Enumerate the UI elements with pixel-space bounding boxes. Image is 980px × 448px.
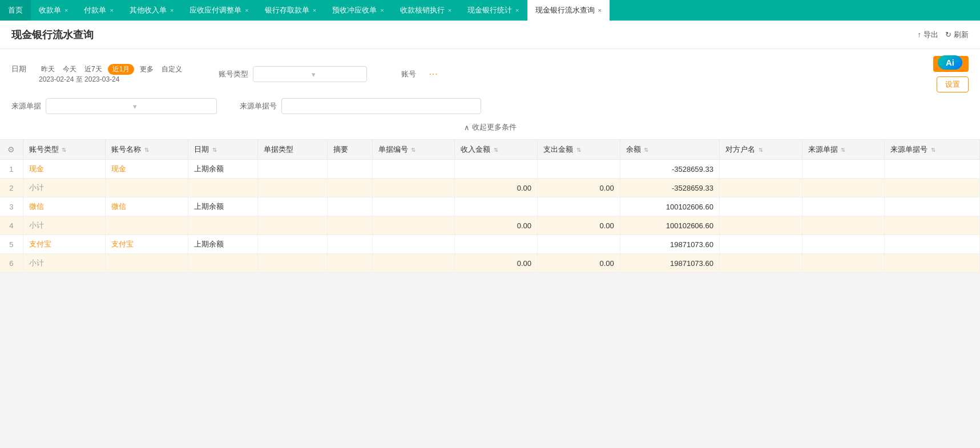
nav-bank-deposit[interactable]: 银行存取款单 × [257, 0, 324, 21]
export-icon: ↑ [918, 30, 922, 39]
cell-doc-no [372, 160, 455, 179]
shortcut-yesterday[interactable]: 昨天 [39, 64, 57, 75]
col-expense[interactable]: 支出金额 ⇅ [538, 140, 620, 160]
ai-button[interactable]: Ai [938, 55, 962, 70]
date-shortcuts: 昨天 今天 近7天 近1月 更多 自定义 [39, 64, 184, 75]
nav-receipt-close[interactable]: × [64, 0, 68, 21]
nav-payment[interactable]: 付款单 × [76, 0, 121, 21]
nav-cash-flow[interactable]: 现金银行流水查询 × [527, 0, 610, 21]
source-doc-select[interactable]: ▾ [46, 98, 217, 114]
nav-other-income[interactable]: 其他收入单 × [122, 0, 182, 21]
refresh-icon: ↻ [945, 30, 951, 39]
nav-collection-label: 收款核销执行 [400, 0, 445, 21]
nav-bank-deposit-close[interactable]: × [313, 0, 316, 21]
col-income[interactable]: 收入金额 ⇅ [455, 140, 538, 160]
nav-collection[interactable]: 收款核销执行 × [392, 0, 459, 21]
sort-icon-doc-no: ⇅ [411, 147, 416, 153]
col-account-name[interactable]: 账号名称 ⇅ [106, 140, 188, 160]
nav-home[interactable]: 首页 [0, 0, 31, 21]
header-actions: ↑ 导出 ↻ 刷新 [918, 30, 969, 40]
cell-date [188, 254, 258, 273]
nav-advance-close[interactable]: × [380, 0, 384, 21]
nav-cash-stats[interactable]: 现金银行统计 × [459, 0, 527, 21]
cell-account-name: 微信 [106, 197, 188, 216]
settings-button[interactable]: 设置 [937, 76, 969, 92]
collapse-row: ∧ 收起更多条件 [11, 120, 969, 132]
date-label: 日期 [11, 64, 34, 74]
cell-date [188, 179, 258, 197]
cell-doc-no [372, 216, 455, 235]
col-counter-party[interactable]: 对方户名 ⇅ [719, 140, 802, 160]
col-settings: ⚙ [0, 140, 23, 160]
sort-icon-balance: ⇅ [644, 147, 648, 153]
shortcut-today[interactable]: 今天 [61, 64, 79, 75]
nav-cash-stats-close[interactable]: × [515, 0, 519, 21]
nav-adjustment-close[interactable]: × [245, 0, 248, 21]
cell-summary [328, 197, 373, 216]
refresh-button[interactable]: ↻ 刷新 [945, 30, 969, 40]
cell-summary [328, 179, 373, 197]
cell-balance: -3528659.33 [620, 160, 719, 179]
cell-account-name [106, 216, 188, 235]
export-button[interactable]: ↑ 导出 [918, 30, 939, 40]
date-filter-content: 昨天 今天 近7天 近1月 更多 自定义 2023-02-24 至 2023-0… [39, 64, 184, 84]
nav-receipt[interactable]: 收款单 × [31, 0, 76, 21]
cell-source-doc-no [885, 179, 980, 197]
col-doc-no[interactable]: 单据编号 ⇅ [372, 140, 455, 160]
col-source-doc-no[interactable]: 来源单据号 ⇅ [885, 140, 980, 160]
cell-expense [538, 160, 620, 179]
table-row: 4 小计 0.00 0.00 100102606.60 [0, 216, 980, 235]
cell-account-type: 现金 [23, 160, 106, 179]
cell-expense [538, 197, 620, 216]
cell-source-doc-no [885, 160, 980, 179]
nav-other-income-close[interactable]: × [170, 0, 174, 21]
source-doc-no-input[interactable] [281, 98, 481, 114]
shortcut-7days[interactable]: 近7天 [82, 64, 104, 75]
sort-icon-expense: ⇅ [576, 147, 581, 153]
gear-icon[interactable]: ⚙ [7, 145, 15, 154]
nav-collection-close[interactable]: × [448, 0, 451, 21]
nav-payment-close[interactable]: × [110, 0, 113, 21]
nav-receipt-label: 收款单 [39, 0, 61, 21]
collapse-button[interactable]: ∧ 收起更多条件 [464, 122, 517, 132]
cell-income [455, 197, 538, 216]
cell-summary [328, 216, 373, 235]
cell-expense [538, 235, 620, 254]
sort-icon-income: ⇅ [494, 147, 498, 153]
cell-balance: 100102606.60 [620, 216, 719, 235]
source-doc-label: 来源单据 [11, 101, 41, 111]
account-label: 账号 [401, 69, 424, 79]
col-balance[interactable]: 余额 ⇅ [620, 140, 719, 160]
nav-cash-flow-close[interactable]: × [598, 0, 602, 21]
col-source-doc[interactable]: 来源单据 ⇅ [802, 140, 885, 160]
shortcut-1month[interactable]: 近1月 [108, 64, 135, 75]
sort-icon-counter-party: ⇅ [759, 147, 763, 153]
account-type-select[interactable]: ▾ [253, 66, 367, 82]
nav-advance[interactable]: 预收冲应收单 × [324, 0, 392, 21]
nav-adjustment[interactable]: 应收应付调整单 × [182, 0, 256, 21]
nav-bank-deposit-label: 银行存取款单 [265, 0, 309, 21]
cell-source-doc [802, 235, 885, 254]
source-doc-group: 来源单据 ▾ [11, 98, 217, 114]
cell-date: 上期余额 [188, 197, 258, 216]
cell-source-doc [802, 179, 885, 197]
table-container: ⚙ 账号类型 ⇅ 账号名称 ⇅ 日期 ⇅ 单据类型 摘要 [0, 140, 980, 273]
cell-counter-party [719, 254, 802, 273]
chevron-up-icon: ∧ [464, 123, 470, 132]
cell-balance: 100102606.60 [620, 197, 719, 216]
cell-counter-party [719, 160, 802, 179]
export-label: 导出 [923, 30, 938, 40]
nav-home-label: 首页 [8, 0, 23, 21]
shortcut-custom[interactable]: 自定义 [159, 64, 184, 75]
nav-cash-flow-label: 现金银行流水查询 [535, 0, 595, 21]
account-ellipsis[interactable]: ··· [429, 69, 438, 79]
cell-expense: 0.00 [538, 179, 620, 197]
cell-balance: 19871073.60 [620, 235, 719, 254]
cell-source-doc-no [885, 254, 980, 273]
col-date[interactable]: 日期 ⇅ [188, 140, 258, 160]
col-account-type[interactable]: 账号类型 ⇅ [23, 140, 106, 160]
cell-account-name: 现金 [106, 160, 188, 179]
sort-icon-account-type: ⇅ [62, 147, 66, 153]
shortcut-more[interactable]: 更多 [138, 64, 156, 75]
cell-account-type: 微信 [23, 197, 106, 216]
